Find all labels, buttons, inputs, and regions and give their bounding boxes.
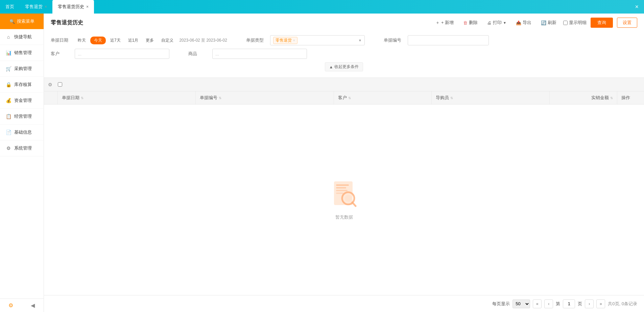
content-area: 零售退货历史 ＋ + 新增 🗑 删除 🖨 打印 ▼: [44, 14, 644, 312]
table-container: ⚙ 单据日期 ⇅ 单据: [44, 78, 644, 295]
tab-home[interactable]: 首页: [0, 0, 20, 14]
per-page-label: 每页显示: [492, 301, 510, 307]
tab-retail-return-label: 零售退货: [25, 4, 43, 10]
tab-retail-return[interactable]: 零售退货 ×: [20, 0, 52, 14]
svg-rect-1: [336, 184, 349, 186]
sidebar-item-inventory[interactable]: 🔒 库存核算: [0, 77, 44, 93]
filter-row-2: 客户 ... 商品 ...: [51, 49, 637, 59]
data-table: 单据日期 ⇅ 单据编号 ⇅ 客户: [44, 91, 644, 105]
th-guide[interactable]: 导购员 ⇅: [431, 91, 549, 105]
export-label: 导出: [523, 20, 531, 26]
sidebar-collapse-btn[interactable]: ◀: [22, 299, 44, 312]
tab-bar: 首页 零售退货 × 零售退货历史 ×: [0, 0, 635, 14]
basic-info-icon: 📄: [5, 129, 11, 135]
sidebar-menu: ⌂ 快捷导航 📊 销售管理 🛒 采购管理 🔒 库存核算 💰 资金管理 📋: [0, 29, 44, 298]
th-guide-label: 导购员: [436, 95, 449, 101]
sort-no-icon: ⇅: [219, 96, 221, 100]
collapse-label: 收起更多条件: [334, 64, 359, 70]
voucher-type-tag: 零售退货 ×: [273, 37, 297, 44]
sort-amount-icon: ⇅: [610, 96, 613, 100]
page-summary: 共0页, 0条记录: [608, 301, 637, 307]
date-btn-today[interactable]: 今天: [90, 37, 106, 44]
svg-rect-4: [336, 193, 343, 194]
voucher-type-tag-close[interactable]: ×: [293, 39, 295, 42]
home-icon: ⌂: [5, 34, 11, 40]
th-customer[interactable]: 客户 ⇅: [334, 91, 431, 105]
top-bar-close-btn[interactable]: ×: [635, 3, 644, 10]
date-btn-more[interactable]: 更多: [143, 37, 157, 44]
sidebar-item-sales-mgmt[interactable]: 📊 销售管理: [0, 45, 44, 61]
table-select-all-checkbox[interactable]: [58, 82, 62, 87]
sidebar-item-operations-label: 经营管理: [14, 113, 32, 119]
pagination: 每页显示 50 10 20 100 « ‹ 第 页 › » 共0页, 0条记录: [44, 295, 644, 312]
sidebar-settings-btn[interactable]: ⚙: [0, 299, 22, 312]
goods-input[interactable]: ...: [212, 49, 307, 59]
refresh-icon: 🔄: [541, 20, 546, 25]
svg-rect-2: [336, 187, 346, 188]
date-range-value: 2023-06-02 至 2023-06-02: [179, 38, 227, 43]
svg-rect-3: [336, 190, 348, 191]
collapse-btn[interactable]: ▲ 收起更多条件: [325, 62, 363, 71]
sidebar-item-basic-info[interactable]: 📄 基础信息: [0, 125, 44, 140]
filter-area: 单据日期 昨天 今天 近7天 近1月 更多 自定义 2023-06-02 至 2…: [51, 32, 637, 77]
sidebar-item-purchase-mgmt[interactable]: 🛒 采购管理: [0, 61, 44, 77]
th-amount[interactable]: 实销金额 ⇅: [549, 91, 617, 105]
tab-retail-return-close[interactable]: ×: [45, 4, 47, 9]
page-number-input[interactable]: [563, 299, 575, 308]
show-detail-label: 显示明细: [569, 20, 587, 26]
sidebar-item-finance-mgmt[interactable]: 💰 资金管理: [0, 93, 44, 109]
inventory-icon: 🔒: [5, 82, 11, 88]
page-unit: 页: [578, 301, 582, 307]
sidebar-item-operations-mgmt[interactable]: 📋 经营管理: [0, 109, 44, 125]
first-page-btn[interactable]: «: [533, 299, 542, 308]
prev-page-btn[interactable]: ‹: [544, 299, 553, 308]
finance-icon: 💰: [5, 97, 11, 104]
page-title: 零售退货历史: [51, 19, 83, 26]
new-icon: ＋: [435, 20, 440, 26]
sidebar-item-finance-label: 资金管理: [14, 97, 32, 104]
sidebar-search-label: 搜索菜单: [17, 18, 34, 24]
last-page-btn[interactable]: »: [596, 299, 605, 308]
th-action: 操作: [617, 91, 644, 105]
sidebar: 🔍 搜索菜单 ⌂ 快捷导航 📊 销售管理 🛒 采购管理 🔒 库存核算 💰: [0, 14, 44, 312]
tab-retail-return-history-close[interactable]: ×: [86, 4, 89, 9]
delete-btn[interactable]: 🗑 删除: [460, 18, 480, 27]
table-settings-icon[interactable]: ⚙: [48, 82, 52, 87]
date-btn-1month[interactable]: 近1月: [125, 37, 142, 44]
voucher-type-select[interactable]: 零售退货 × ▼: [270, 35, 365, 45]
export-btn[interactable]: 📤 导出: [513, 18, 534, 27]
voucher-no-input[interactable]: [408, 35, 489, 45]
customer-input[interactable]: ...: [75, 49, 169, 59]
date-btn-yesterday[interactable]: 昨天: [75, 37, 89, 44]
th-no[interactable]: 单据编号 ⇅: [196, 91, 334, 105]
sort-guide-icon: ⇅: [450, 96, 453, 100]
sidebar-item-quick-nav[interactable]: ⌂ 快捷导航: [0, 29, 44, 45]
sidebar-search[interactable]: 🔍 搜索菜单: [0, 14, 44, 29]
new-btn[interactable]: ＋ + 新增: [433, 18, 456, 27]
sidebar-item-quick-nav-label: 快捷导航: [14, 34, 32, 40]
filter-row-1: 单据日期 昨天 今天 近7天 近1月 更多 自定义 2023-06-02 至 2…: [51, 35, 637, 45]
sidebar-item-purchase-label: 采购管理: [14, 66, 32, 72]
next-page-btn[interactable]: ›: [585, 299, 594, 308]
empty-illustration: [327, 180, 361, 210]
refresh-btn[interactable]: 🔄 刷新: [538, 18, 559, 27]
query-button[interactable]: 查询: [591, 18, 613, 28]
print-btn[interactable]: 🖨 打印 ▼: [484, 18, 509, 27]
date-btn-custom[interactable]: 自定义: [158, 37, 176, 44]
search-icon: 🔍: [9, 19, 15, 24]
per-page-select[interactable]: 50 10 20 100: [512, 299, 530, 308]
show-detail-checkbox[interactable]: [563, 21, 568, 25]
settings-button[interactable]: 设置: [617, 18, 637, 28]
tab-retail-return-history[interactable]: 零售退货历史 ×: [52, 0, 94, 14]
svg-point-7: [345, 195, 352, 202]
print-label: 打印: [493, 20, 502, 26]
delete-label: 删除: [469, 20, 478, 26]
sidebar-item-system-mgmt[interactable]: ⚙ 系统管理: [0, 140, 44, 156]
sidebar-item-basic-info-label: 基础信息: [14, 129, 32, 135]
date-label: 单据日期: [51, 37, 69, 43]
date-btn-7days[interactable]: 近7天: [107, 37, 124, 44]
th-date[interactable]: 单据日期 ⇅: [57, 91, 196, 105]
th-date-label: 单据日期: [62, 95, 79, 101]
print-icon: 🖨: [487, 20, 492, 25]
empty-state: 暂无数据: [44, 105, 644, 295]
